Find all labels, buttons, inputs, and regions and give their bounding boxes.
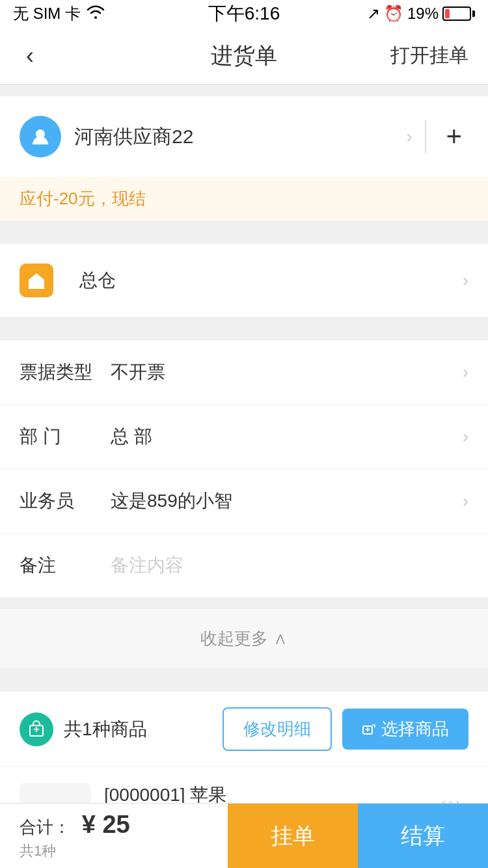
bottom-bar: 合计： ¥ 25 共1种 挂单 结算 [0, 803, 488, 868]
gap-1 [0, 85, 488, 96]
open-pending-button[interactable]: 打开挂单 [390, 42, 468, 69]
supplier-row[interactable]: 河南供应商22 › + [0, 96, 488, 177]
warehouse-chevron-icon: › [463, 270, 468, 291]
collapse-label: 收起更多 ∧ [200, 629, 287, 648]
product-code: [0000001] [104, 785, 185, 805]
back-button[interactable]: ‹ [20, 36, 40, 76]
remark-row[interactable]: 备注 备注内容 [0, 534, 488, 597]
department-chevron-icon: › [463, 426, 468, 447]
collapse-row[interactable]: 收起更多 ∧ [0, 609, 488, 668]
location-icon: ↗ [367, 5, 380, 23]
department-value: 总 部 [111, 424, 463, 449]
supplier-avatar [20, 116, 61, 157]
invoice-type-value: 不开票 [111, 360, 463, 385]
invoice-type-chevron-icon: › [463, 362, 468, 383]
total-section: 合计： ¥ 25 共1种 [0, 811, 228, 861]
add-supplier-button[interactable]: + [439, 115, 468, 159]
supplier-section: 河南供应商22 › + 应付-20元，现结 [0, 96, 488, 221]
supplier-name: 河南供应商22 [74, 124, 400, 150]
total-count: 共1种 [20, 841, 208, 861]
product-count-text: 共1种商品 [64, 717, 223, 742]
salesperson-row[interactable]: 业务员 这是859的小智 › [0, 469, 488, 534]
remark-input[interactable]: 备注内容 [111, 553, 468, 578]
remark-label: 备注 [20, 553, 98, 578]
total-label: 合计： [20, 817, 70, 837]
department-label: 部 门 [20, 424, 98, 449]
status-bar-right: ↗ ⏰ 19% [367, 5, 475, 23]
invoice-type-row[interactable]: 票据类型 不开票 › [0, 340, 488, 405]
salesperson-label: 业务员 [20, 489, 98, 513]
edit-detail-button[interactable]: 修改明细 [223, 707, 332, 751]
status-bar: 无 SIM 卡 下午6:16 ↗ ⏰ 19% [0, 0, 488, 27]
alert-text: 应付-20元，现结 [20, 189, 146, 208]
product-count-icon [20, 712, 53, 746]
gap-4 [0, 668, 488, 680]
warehouse-row[interactable]: 总仓 › [0, 244, 488, 317]
product-apple: 苹果 [190, 785, 226, 805]
svg-rect-1 [33, 282, 40, 289]
status-bar-time: 下午6:16 [208, 1, 280, 26]
select-product-button[interactable]: 选择商品 [342, 709, 468, 750]
total-amount: ¥ 25 [82, 811, 130, 838]
supplier-chevron-icon: › [406, 126, 412, 147]
warehouse-icon [20, 264, 53, 297]
page-title: 进货单 [211, 41, 277, 71]
warehouse-name: 总仓 [79, 268, 463, 293]
gap-3 [0, 317, 488, 329]
nav-bar: ‹ 进货单 打开挂单 [0, 27, 488, 85]
invoice-type-label: 票据类型 [20, 360, 98, 385]
battery-percent: 19% [407, 5, 439, 23]
select-product-label: 选择商品 [381, 718, 449, 740]
alert-banner: 应付-20元，现结 [0, 177, 488, 221]
supplier-divider [425, 120, 426, 153]
suspend-button[interactable]: 挂单 [228, 804, 358, 869]
warehouse-section[interactable]: 总仓 › [0, 244, 488, 317]
checkout-button[interactable]: 结算 [358, 804, 488, 869]
salesperson-value: 这是859的小智 [111, 489, 463, 513]
battery-icon [442, 7, 475, 21]
wifi-icon [86, 5, 105, 23]
department-row[interactable]: 部 门 总 部 › [0, 405, 488, 469]
alarm-icon: ⏰ [384, 5, 403, 23]
salesperson-chevron-icon: › [463, 491, 468, 511]
gap-2 [0, 221, 488, 232]
form-section: 票据类型 不开票 › 部 门 总 部 › 业务员 这是859的小智 › 备注 备… [0, 340, 488, 597]
carrier-text: 无 SIM 卡 [13, 3, 81, 24]
product-header: 共1种商品 修改明细 选择商品 [0, 692, 488, 767]
status-bar-left: 无 SIM 卡 [13, 3, 105, 24]
